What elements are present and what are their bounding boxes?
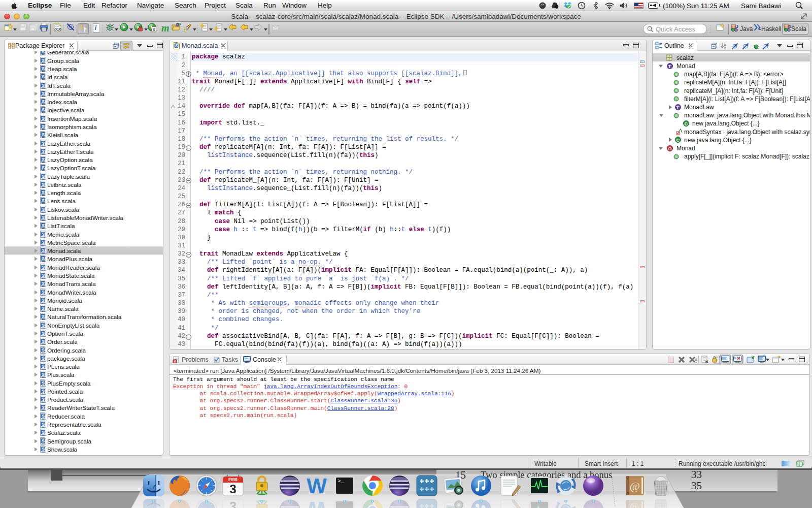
svg-text:S: S	[42, 132, 45, 137]
svg-text:S: S	[42, 165, 45, 170]
svg-text:S: S	[42, 339, 45, 344]
svg-text:T: T	[676, 105, 680, 110]
svg-text:S: S	[42, 356, 45, 361]
svg-text:S: S	[42, 231, 45, 236]
svg-text:S: S	[42, 264, 45, 269]
svg-text:S: S	[42, 430, 45, 435]
svg-text:S: S	[42, 256, 45, 261]
svg-text:S: S	[175, 43, 178, 48]
svg-text:S: S	[42, 190, 45, 195]
svg-text:S: S	[42, 240, 45, 245]
svg-text:S: S	[42, 322, 45, 327]
svg-text:S: S	[42, 124, 45, 129]
svg-text:S: S	[42, 438, 45, 443]
svg-text:S: S	[42, 223, 45, 228]
svg-text:S: S	[42, 397, 45, 402]
svg-text:S: S	[42, 405, 45, 410]
svg-text:>_: >_	[337, 478, 345, 484]
svg-text:S: S	[42, 413, 45, 418]
svg-text:T: T	[668, 64, 671, 69]
svg-text:S: S	[42, 107, 45, 112]
svg-text:S: S	[42, 140, 45, 145]
svg-text:S: S	[42, 314, 45, 319]
svg-text:C: C	[676, 138, 680, 143]
svg-text:S: S	[42, 115, 45, 120]
svg-text:S: S	[42, 298, 45, 303]
svg-text:S: S	[42, 173, 45, 178]
svg-text:FEB: FEB	[228, 477, 238, 482]
svg-text:S: S	[42, 99, 45, 104]
svg-text:S: S	[42, 273, 45, 278]
svg-text:S: S	[42, 215, 45, 220]
svg-text:S: S	[42, 157, 45, 162]
svg-text:S: S	[42, 248, 45, 253]
svg-text:C: C	[685, 121, 688, 126]
svg-text:J: J	[736, 24, 738, 29]
svg-text:S: S	[42, 331, 45, 336]
svg-text:@: @	[630, 503, 640, 508]
svg-text:S: S	[42, 82, 45, 87]
svg-text:W: W	[307, 498, 327, 508]
svg-text:S: S	[153, 27, 156, 32]
svg-text:S: S	[42, 182, 45, 187]
svg-text:S: S	[42, 51, 45, 54]
svg-text:S: S	[42, 57, 45, 62]
svg-text:S: S	[42, 206, 45, 211]
svg-text:O: O	[668, 146, 672, 151]
svg-text:S: S	[42, 380, 45, 385]
svg-text:S: S	[42, 289, 45, 294]
svg-text:3: 3	[229, 482, 236, 496]
svg-text:S: S	[42, 389, 45, 394]
svg-text:S: S	[42, 91, 45, 96]
svg-text:S: S	[42, 198, 45, 203]
svg-text:S: S	[42, 306, 45, 311]
svg-text:010: 010	[55, 27, 62, 31]
svg-text:S: S	[42, 364, 45, 369]
svg-text:3: 3	[229, 499, 236, 508]
svg-text:S: S	[42, 372, 45, 377]
svg-text:S: S	[42, 281, 45, 286]
svg-text:z: z	[724, 46, 726, 50]
svg-text:W: W	[307, 474, 327, 497]
svg-text:S: S	[42, 149, 45, 154]
svg-text:S: S	[42, 422, 45, 427]
svg-text:S: S	[42, 74, 45, 79]
svg-text:S: S	[42, 66, 45, 71]
svg-text:@: @	[630, 480, 640, 492]
svg-text:S: S	[42, 347, 45, 352]
svg-text:S: S	[42, 447, 45, 452]
